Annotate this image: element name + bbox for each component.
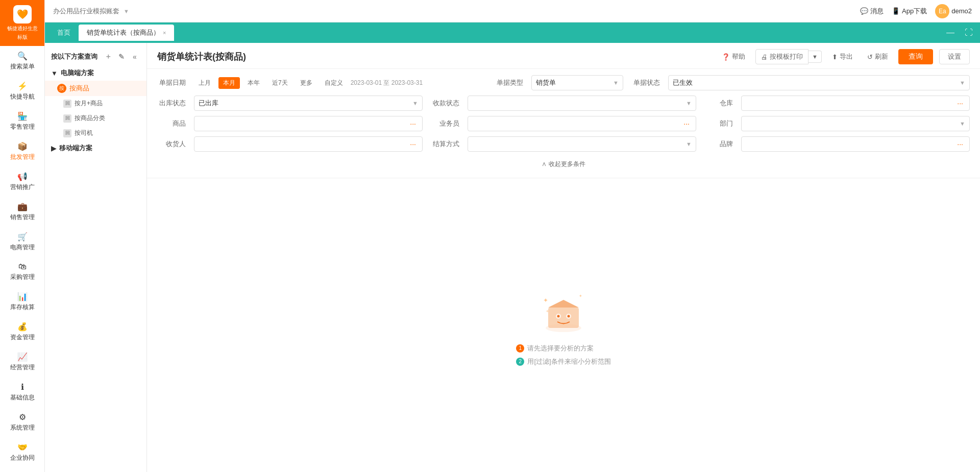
filter-row-4: 收货人 ··· 结算方式 ▼ 品牌 ···	[157, 136, 970, 152]
tree-item-by-month-goods-label: 按月+商品	[75, 99, 103, 108]
messages-btn[interactable]: 💬 消息	[860, 7, 884, 16]
print-btn-group: 🖨 按模板打印 ▼	[755, 49, 822, 64]
doc-type-select[interactable]: 销货单 ▼	[531, 75, 623, 90]
sidebar-item-inventory[interactable]: 📊 库存核算	[0, 287, 44, 317]
last-7days-btn[interactable]: 近7天	[267, 77, 292, 89]
last-month-btn[interactable]: 上月	[194, 77, 215, 89]
settlement-select[interactable]: ▼	[468, 136, 696, 152]
payment-select[interactable]: ▼	[468, 96, 696, 111]
delivery-value: 已出库	[199, 99, 218, 108]
wholesale-icon: 📦	[17, 141, 28, 151]
tree-item-by-goods[interactable]: 按 按商品	[45, 81, 146, 96]
tree-item-by-category[interactable]: 回 按商品分类	[45, 111, 146, 126]
quicknav-icon: ⚡	[17, 81, 28, 91]
tree-group-desktop[interactable]: ▼ 电脑端方案	[45, 65, 146, 81]
brand-input[interactable]: ···	[741, 136, 970, 152]
sidebar-item-wholesale[interactable]: 📦 批发管理	[0, 136, 44, 167]
collapse-filter-btn[interactable]: ∧ 收起更多条件	[157, 157, 970, 172]
refresh-icon: ↺	[867, 53, 873, 61]
chevron-down-icon-status: ▼	[960, 80, 965, 86]
sidebar-item-basic[interactable]: ℹ 基础信息	[0, 377, 44, 407]
collab-icon: 🤝	[17, 442, 28, 452]
query-btn[interactable]: 查询	[898, 49, 933, 64]
help-btn[interactable]: ❓ 帮助	[718, 50, 749, 63]
avatar: Ea	[935, 4, 949, 18]
sidebar-item-business[interactable]: 📈 经营管理	[0, 347, 44, 377]
minimize-icon[interactable]: —	[943, 26, 958, 40]
goods-input[interactable]: ···	[194, 116, 423, 131]
refresh-btn[interactable]: ↺ 刷新	[863, 50, 892, 63]
department-select[interactable]: ▼	[741, 116, 970, 131]
salesperson-input[interactable]: ···	[468, 116, 696, 131]
close-icon[interactable]: ×	[163, 30, 166, 36]
tree-group-mobile[interactable]: ▶ 移动端方案	[45, 140, 146, 156]
sidebar-item-marketing[interactable]: 📢 营销推广	[0, 167, 44, 197]
tab-home-label: 首页	[57, 28, 70, 37]
sidebar-item-sales[interactable]: 💼 销售管理	[0, 197, 44, 227]
brand-select-icon[interactable]: ···	[955, 140, 965, 148]
download-icon: 📱	[892, 7, 900, 15]
left-panel-title: 按以下方案查询	[51, 52, 97, 61]
export-btn[interactable]: ⬆ 导出	[828, 50, 857, 63]
settlement-label: 结算方式	[431, 139, 459, 149]
doc-status-select[interactable]: 已生效 ▼	[668, 75, 970, 90]
salesperson-label: 业务员	[431, 119, 459, 128]
sidebar-item-retail[interactable]: 🏪 零售管理	[0, 106, 44, 136]
basic-icon: ℹ	[21, 382, 24, 392]
custom-btn[interactable]: 自定义	[320, 77, 348, 89]
print-arrow-btn[interactable]: ▼	[808, 51, 822, 63]
sidebar-item-purchase[interactable]: 🛍 采购管理	[0, 257, 44, 287]
empty-illustration: ✦ ✦ ✦	[538, 285, 589, 336]
tree-item-by-driver[interactable]: 回 按司机	[45, 126, 146, 140]
svg-point-5	[557, 315, 560, 317]
this-month-btn[interactable]: 本月	[218, 77, 240, 89]
sidebar-item-finance-label: 资金管理	[10, 333, 35, 342]
search-icon: 🔍	[17, 51, 28, 61]
sidebar-item-ecommerce[interactable]: 🛒 电商管理	[0, 227, 44, 257]
salesperson-select-icon[interactable]: ···	[681, 120, 692, 128]
more-btn[interactable]: 更多	[296, 77, 317, 89]
tab-home[interactable]: 首页	[49, 25, 79, 41]
add-scheme-btn[interactable]: ＋	[103, 51, 114, 62]
warehouse-label: 仓库	[704, 99, 733, 108]
tab-sales-stats[interactable]: 销货单统计表（按商品） ×	[79, 25, 174, 41]
scheme-icon-1: 回	[63, 100, 71, 108]
maximize-icon[interactable]: ⛶	[962, 26, 976, 40]
sidebar-item-wholesale-label: 批发管理	[10, 153, 35, 161]
sidebar-item-collab[interactable]: 🤝 企业协同	[0, 437, 44, 467]
export-label: 导出	[840, 52, 853, 61]
chevron-down-icon-doctype: ▼	[613, 80, 619, 86]
doc-status-value: 已生效	[673, 78, 693, 87]
sidebar-item-basic-label: 基础信息	[10, 393, 35, 402]
industry-dropdown[interactable]: ▼	[124, 8, 129, 14]
empty-svg: ✦ ✦ ✦	[538, 285, 589, 336]
this-year-btn[interactable]: 本年	[243, 77, 264, 89]
settings-btn[interactable]: 设置	[939, 49, 970, 64]
sidebar-item-guide[interactable]: 🎯 新手引导	[0, 467, 44, 472]
edit-scheme-btn[interactable]: ✎	[116, 51, 127, 62]
industry-label: 办公用品行业模拟账套	[53, 7, 119, 16]
app-download-btn[interactable]: 📱 App下载	[892, 7, 927, 16]
collapse-panel-btn[interactable]: «	[129, 51, 140, 62]
sidebar-item-quicknav[interactable]: ⚡ 快捷导航	[0, 76, 44, 106]
warehouse-input[interactable]: ···	[741, 96, 970, 111]
sidebar-item-finance[interactable]: 💰 资金管理	[0, 317, 44, 347]
tip-text-1: 请先选择要分析的方案	[527, 344, 594, 353]
tip-text-2: 用[过滤]条件来缩小分析范围	[527, 357, 610, 366]
sidebar-item-search[interactable]: 🔍 搜索菜单	[0, 46, 44, 76]
goods-select-icon[interactable]: ···	[408, 120, 418, 128]
sidebar-item-system[interactable]: ⚙ 系统管理	[0, 407, 44, 437]
warehouse-select-icon[interactable]: ···	[955, 99, 965, 107]
receiver-input[interactable]: ···	[194, 136, 423, 152]
tip-item-1: 1 请先选择要分析的方案	[516, 344, 610, 353]
user-profile[interactable]: Ea demo2	[935, 4, 972, 18]
tree-item-by-month-goods[interactable]: 回 按月+商品	[45, 96, 146, 111]
filter-area: 单据日期 上月 本月 本年 近7天 更多 自定义 2023-03-01 至 20…	[147, 69, 980, 178]
delivery-label: 出库状态	[157, 99, 186, 108]
print-label: 按模板打印	[770, 52, 803, 61]
logo-subtitle: 标版	[17, 34, 28, 41]
receiver-select-icon[interactable]: ···	[408, 140, 418, 148]
filter-row-2: 出库状态 已出库 ▼ 收款状态 ▼ 仓库 ···	[157, 96, 970, 111]
delivery-select[interactable]: 已出库 ▼	[194, 96, 423, 111]
print-btn[interactable]: 🖨 按模板打印	[755, 49, 808, 64]
